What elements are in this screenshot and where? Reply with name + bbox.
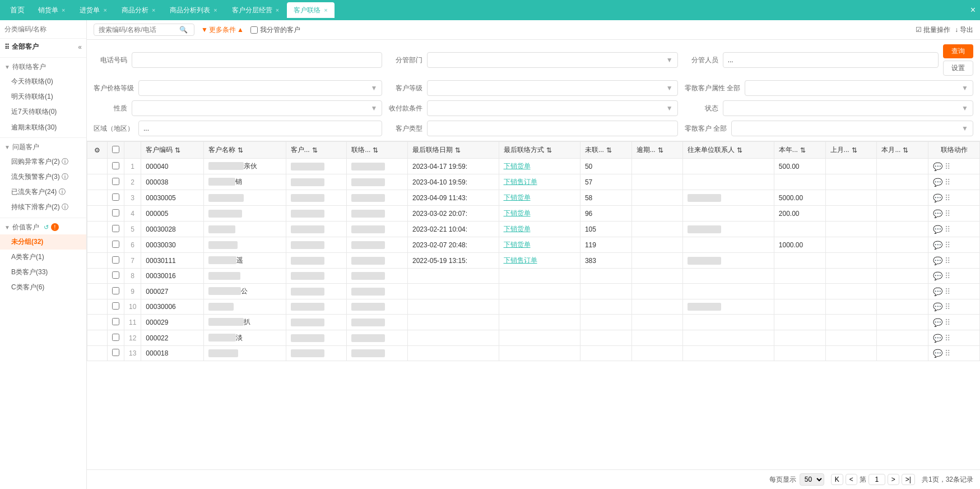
sidebar-search-input[interactable]	[4, 25, 87, 33]
row-last-contact-type[interactable]: 下销货单	[499, 190, 580, 206]
more-icon[interactable]: ⠿	[945, 302, 950, 311]
more-icon[interactable]: ⠿	[945, 241, 950, 250]
row-checkbox-cell[interactable]	[108, 299, 124, 315]
nav-tab-purchase[interactable]: 进货单 ×	[73, 2, 113, 18]
contact-icon[interactable]: 💬	[933, 209, 942, 218]
close-icon[interactable]: ×	[276, 7, 279, 13]
row-checkbox-cell[interactable]	[108, 222, 124, 237]
contact-icon[interactable]: 💬	[933, 241, 942, 250]
contact-icon[interactable]: 💬	[933, 225, 942, 234]
sidebar-item-declining[interactable]: 持续下滑客户(2) ⓘ	[0, 200, 86, 215]
row-checkbox[interactable]	[112, 162, 119, 169]
row-checkbox-cell[interactable]	[108, 315, 124, 330]
row-checkbox[interactable]	[112, 256, 119, 264]
this-year-col-header[interactable]: 本年...⇅	[774, 142, 825, 159]
last-type-col-header[interactable]: 最后联络方式⇅	[499, 142, 580, 159]
nav-tab-sales[interactable]: 销货单 ×	[31, 2, 72, 18]
first-page-button[interactable]: K	[831, 474, 843, 485]
sidebar-group-problem[interactable]: ▼ 问题客户	[0, 140, 86, 154]
row-last-contact-type[interactable]: 下销售订单	[499, 253, 580, 269]
sidebar-item-unclassified[interactable]: 未分组(32)	[0, 234, 86, 250]
prev-page-button[interactable]: <	[846, 474, 857, 485]
contact-icon[interactable]: 💬	[933, 334, 942, 343]
row-checkbox-cell[interactable]	[108, 159, 124, 174]
nav-tab-analysis[interactable]: 商品分析 ×	[115, 2, 162, 18]
more-icon[interactable]: ⠿	[945, 256, 950, 265]
more-icon[interactable]: ⠿	[945, 225, 950, 234]
sidebar-item-b-class[interactable]: B类客户(33)	[0, 265, 86, 280]
filter-status-select[interactable]: ▼	[723, 100, 973, 116]
query-button[interactable]: 查询	[943, 44, 973, 58]
page-number-input[interactable]	[868, 474, 885, 485]
filter-region-select[interactable]: ...	[138, 121, 382, 136]
row-checkbox[interactable]	[112, 318, 119, 325]
contact-icon[interactable]: 💬	[933, 349, 942, 358]
last-page-button[interactable]: >|	[902, 474, 915, 485]
nav-tab-analysis-list[interactable]: 商品分析列表 ×	[163, 2, 224, 18]
sidebar-item-today[interactable]: 今天待联络(0)	[0, 74, 86, 89]
export-button[interactable]: ↓ 导出	[955, 25, 973, 35]
filter-retail-customer-select[interactable]: ▼	[731, 121, 973, 136]
nav-tab-customer-tier[interactable]: 客户分层经营 ×	[225, 2, 286, 18]
row-checkbox-cell[interactable]	[108, 269, 124, 284]
row-checkbox-cell[interactable]	[108, 237, 124, 253]
filter-person-select[interactable]: ...	[723, 52, 939, 68]
contact-icon[interactable]: 💬	[933, 178, 942, 187]
this-month-col-header[interactable]: 本月...⇅	[877, 142, 928, 159]
row-checkbox-cell[interactable]	[108, 206, 124, 222]
sidebar-group-pending[interactable]: ▼ 待联络客户	[0, 60, 86, 74]
row-last-contact-type[interactable]: 下销售订单	[499, 174, 580, 190]
more-icon[interactable]: ⠿	[945, 271, 950, 280]
nav-tab-customer-contact[interactable]: 客户联络 ×	[287, 2, 334, 18]
row-checkbox[interactable]	[112, 209, 119, 216]
row-checkbox[interactable]	[112, 225, 119, 232]
contact-icon[interactable]: 💬	[933, 318, 942, 327]
row-checkbox-cell[interactable]	[108, 284, 124, 299]
filter-nature-select[interactable]: ▼	[132, 100, 382, 116]
batch-ops-button[interactable]: ☑ 批量操作	[916, 25, 950, 35]
more-icon[interactable]: ⠿	[945, 287, 950, 296]
more-icon[interactable]: ⠿	[945, 178, 950, 187]
row-checkbox[interactable]	[112, 178, 119, 185]
search-icon[interactable]: 🔍	[179, 26, 188, 34]
sidebar-item-tomorrow[interactable]: 明天待联络(1)	[0, 89, 86, 104]
collapse-icon[interactable]: «	[78, 43, 82, 51]
filter-dept-select[interactable]: ▼	[427, 52, 677, 68]
sidebar-item-c-class[interactable]: C类客户(6)	[0, 280, 86, 295]
filter-payment-select[interactable]: ▼	[427, 100, 677, 116]
filter-customer-level-select[interactable]: ▼	[427, 80, 677, 96]
name-col-header[interactable]: 客户名称⇅	[203, 142, 286, 159]
contact-icon[interactable]: 💬	[933, 193, 942, 202]
row-checkbox-cell[interactable]	[108, 253, 124, 269]
checkbox-col-header[interactable]	[108, 142, 124, 159]
row-checkbox-cell[interactable]	[108, 174, 124, 190]
nav-close-button[interactable]: ×	[970, 5, 976, 15]
all-customers-header[interactable]: ⠿ 全部客户 «	[0, 39, 86, 55]
my-customers-checkbox[interactable]: 我分管的客户	[250, 25, 300, 35]
contact-icon[interactable]: 💬	[933, 302, 942, 311]
close-icon[interactable]: ×	[62, 7, 65, 13]
no-contact-col-header[interactable]: 未联...⇅	[580, 142, 631, 159]
row-checkbox-cell[interactable]	[108, 346, 124, 361]
row-checkbox-cell[interactable]	[108, 330, 124, 346]
row-checkbox[interactable]	[112, 271, 119, 279]
page-size-select[interactable]: 50	[800, 473, 824, 486]
filter-more-conditions[interactable]: ▼ 更多条件 ▲	[201, 25, 244, 35]
contact-icon[interactable]: 💬	[933, 287, 942, 296]
sidebar-item-a-class[interactable]: A类客户(1)	[0, 250, 86, 265]
close-icon[interactable]: ×	[324, 7, 327, 13]
sidebar-item-overdue[interactable]: 逾期未联络(30)	[0, 120, 86, 135]
contact-icon[interactable]: 💬	[933, 162, 942, 171]
more-icon[interactable]: ⠿	[945, 334, 950, 343]
sidebar-item-lost[interactable]: 已流失客户(24) ⓘ	[0, 184, 86, 200]
nav-home[interactable]: 首页	[4, 5, 30, 15]
row-checkbox[interactable]	[112, 193, 119, 201]
contact-col-header[interactable]: 联络...⇅	[347, 142, 408, 159]
last-date-col-header[interactable]: 最后联络日期⇅	[408, 142, 499, 159]
refresh-icon[interactable]: ↺	[44, 224, 49, 231]
contact-icon[interactable]: 💬	[933, 271, 942, 280]
code-col-header[interactable]: 客户编码⇅	[141, 142, 204, 159]
filter-customer-type-select[interactable]	[427, 121, 677, 136]
row-last-contact-type[interactable]: 下销货单	[499, 206, 580, 222]
row-last-contact-type[interactable]: 下销货单	[499, 159, 580, 174]
